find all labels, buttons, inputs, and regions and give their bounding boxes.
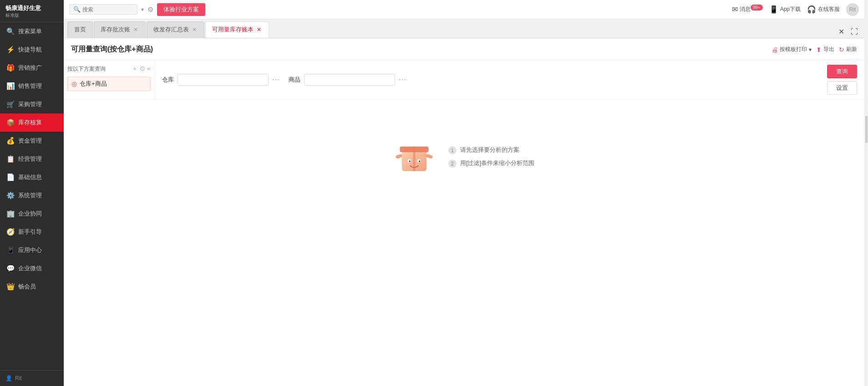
product-field-group: 商品 ··· [289, 74, 406, 86]
collapse-scheme-icon[interactable]: « [147, 65, 151, 73]
query-fields: 仓库 ··· 商品 ··· [155, 60, 820, 99]
tab-close-available-ledger[interactable]: ✕ [256, 26, 262, 33]
sidebar-item-search[interactable]: 🔍搜索菜单 [0, 22, 64, 41]
sidebar-item-label-sales: 销售管理 [18, 82, 42, 90]
settings-scheme-icon[interactable]: ⊙ [140, 65, 145, 73]
sales-icon: 📊 [6, 82, 15, 90]
app-download-btn[interactable]: 📱 App下载 [769, 5, 801, 14]
empty-state: 1 请先选择要分析的方案 2 用[过滤]条件来缩小分析范围 [64, 100, 864, 214]
warehouse-more-icon[interactable]: ··· [272, 76, 279, 84]
message-label: 消息 [740, 5, 751, 13]
export-label: 导出 [823, 46, 834, 53]
tab-stock-summary[interactable]: 收发存汇总表✕ [147, 21, 204, 38]
topbar-gear-icon[interactable]: ⚙ [147, 5, 153, 14]
empty-tips: 1 请先选择要分析的方案 2 用[过滤]条件来缩小分析范围 [448, 146, 534, 168]
query-scheme-sidebar: 按以下方案查询 ＋ ⊙ « ◎ 仓库+商品 [64, 60, 155, 99]
tab-label-home: 首页 [74, 26, 86, 34]
export-icon: ⬆ [816, 46, 822, 53]
shortcut-icon: ⚡ [6, 46, 15, 54]
sidebar-item-label-inventory: 库存核算 [18, 118, 42, 127]
search-input[interactable] [82, 6, 132, 13]
query-btn[interactable]: 查询 [827, 65, 857, 78]
main-area: 🔍 ▾ ⚙ 体验行业方案 ✉ 消息 99+ 📱 App下载 🎧 在线客服 Rit [64, 0, 864, 386]
sidebar-item-finance[interactable]: 💰资金管理 [0, 132, 64, 150]
finance-icon: 💰 [6, 137, 15, 145]
message-badge: 99+ [751, 5, 763, 10]
print-chevron-icon[interactable]: ▾ [809, 46, 812, 53]
search-icon: 🔍 [6, 27, 15, 36]
settings-btn[interactable]: 设置 [827, 81, 857, 95]
sidebar-scroll: 🔍搜索菜单⚡快捷导航🎁营销推广📊销售管理🛒采购管理📦库存核算💰资金管理📋经营管理… [0, 22, 64, 370]
tab-close-btn[interactable]: ✕ [837, 26, 846, 38]
app-label: App下载 [780, 5, 801, 13]
scheme-item-label: 仓库+商品 [80, 80, 107, 88]
page-header-actions: 🖨 按模板打印 ▾ ⬆ 导出 ↻ 刷新 [772, 46, 857, 53]
user-avatar[interactable]: Rit [846, 3, 859, 16]
sidebar-item-system[interactable]: ⚙️系统管理 [0, 186, 64, 205]
sidebar-item-member[interactable]: 👑畅会员 [0, 278, 64, 296]
warehouse-label: 仓库 [162, 76, 174, 84]
sidebar: 畅康通好生意 标准版 🔍搜索菜单⚡快捷导航🎁营销推广📊销售管理🛒采购管理📦库存核… [0, 0, 64, 386]
sidebar-item-label-wechat: 企业微信 [18, 264, 42, 273]
print-btn[interactable]: 🖨 按模板打印 ▾ [772, 46, 812, 53]
refresh-btn[interactable]: ↻ 刷新 [839, 46, 857, 53]
tab-available-ledger[interactable]: 可用量库存账本✕ [205, 21, 269, 38]
sidebar-logo-name: 畅康通好生意 [5, 5, 58, 12]
tab-expand-btn[interactable]: ⛶ [849, 26, 860, 38]
service-icon: 🎧 [807, 5, 816, 14]
page-header: 可用量查询(按仓库+商品) 🖨 按模板打印 ▾ ⬆ 导出 ↻ 刷新 [64, 38, 864, 60]
sidebar-bottom: 👤 Rit [0, 370, 64, 386]
online-service-btn[interactable]: 🎧 在线客服 [807, 5, 840, 14]
message-btn[interactable]: ✉ 消息 99+ [732, 5, 763, 14]
sidebar-item-newbie[interactable]: 🧭新手引导 [0, 223, 64, 241]
sidebar-item-marketing[interactable]: 🎁营销推广 [0, 59, 64, 77]
sidebar-item-sales[interactable]: 📊销售管理 [0, 77, 64, 95]
right-scroll-handle[interactable] [864, 0, 868, 386]
add-scheme-icon[interactable]: ＋ [132, 65, 138, 73]
scheme-item-warehouse-product[interactable]: ◎ 仓库+商品 [67, 77, 151, 91]
tabs-bar: 首页库存批次账✕收发存汇总表✕可用量库存账本✕ ✕ ⛶ [64, 19, 864, 38]
print-label: 按模板打印 [780, 46, 807, 53]
scheme-item-icon: ◎ [71, 80, 77, 87]
sidebar-item-purchase[interactable]: 🛒采购管理 [0, 95, 64, 113]
tab-close-stock-summary[interactable]: ✕ [191, 26, 198, 33]
sidebar-item-basic[interactable]: 📄基础信息 [0, 168, 64, 186]
purchase-icon: 🛒 [6, 100, 15, 108]
member-icon: 👑 [6, 283, 15, 291]
svg-point-5 [409, 160, 411, 162]
product-input[interactable] [304, 74, 395, 86]
sidebar-item-shortcut[interactable]: ⚡快捷导航 [0, 41, 64, 59]
warehouse-input[interactable] [178, 74, 269, 86]
export-btn[interactable]: ⬆ 导出 [816, 46, 834, 53]
topbar-chevron-icon[interactable]: ▾ [141, 6, 144, 13]
scheme-section-label: 按以下方案查询 [67, 65, 106, 73]
tab-label-batch-ledger: 库存批次账 [101, 26, 130, 34]
basic-icon: 📄 [6, 173, 15, 181]
product-more-icon[interactable]: ··· [399, 76, 406, 84]
sidebar-item-enterprise[interactable]: 🏢企业协同 [0, 205, 64, 223]
scheme-actions: ＋ ⊙ « [132, 65, 151, 73]
topbar-search-box[interactable]: 🔍 [69, 4, 137, 15]
topbar: 🔍 ▾ ⚙ 体验行业方案 ✉ 消息 99+ 📱 App下载 🎧 在线客服 Rit [64, 0, 864, 19]
tip-num-2: 2 [448, 160, 457, 168]
sidebar-item-wechat[interactable]: 💬企业微信 [0, 259, 64, 278]
product-label: 商品 [289, 76, 300, 84]
message-icon: ✉ [732, 5, 738, 14]
service-label: 在线客服 [818, 5, 840, 13]
page-title: 可用量查询(按仓库+商品) [71, 45, 153, 54]
sidebar-item-appstore[interactable]: 📱应用中心 [0, 241, 64, 259]
sidebar-item-operations[interactable]: 📋经营管理 [0, 150, 64, 168]
tab-home[interactable]: 首页 [67, 21, 93, 38]
sidebar-item-inventory[interactable]: 📦库存核算 [0, 113, 64, 132]
sidebar-logo-sub: 标准版 [5, 12, 58, 18]
tab-close-batch-ledger[interactable]: ✕ [132, 26, 139, 33]
tip-text-1: 请先选择要分析的方案 [460, 146, 519, 154]
warehouse-field-group: 仓库 ··· [162, 74, 279, 86]
sidebar-item-label-shortcut: 快捷导航 [18, 46, 42, 54]
tip-item-2: 2 用[过滤]条件来缩小分析范围 [448, 159, 534, 168]
tab-batch-ledger[interactable]: 库存批次账✕ [94, 21, 146, 38]
trial-btn[interactable]: 体验行业方案 [157, 3, 205, 16]
sidebar-item-label-enterprise: 企业协同 [18, 210, 42, 218]
svg-rect-8 [426, 154, 433, 159]
print-icon: 🖨 [772, 46, 778, 53]
